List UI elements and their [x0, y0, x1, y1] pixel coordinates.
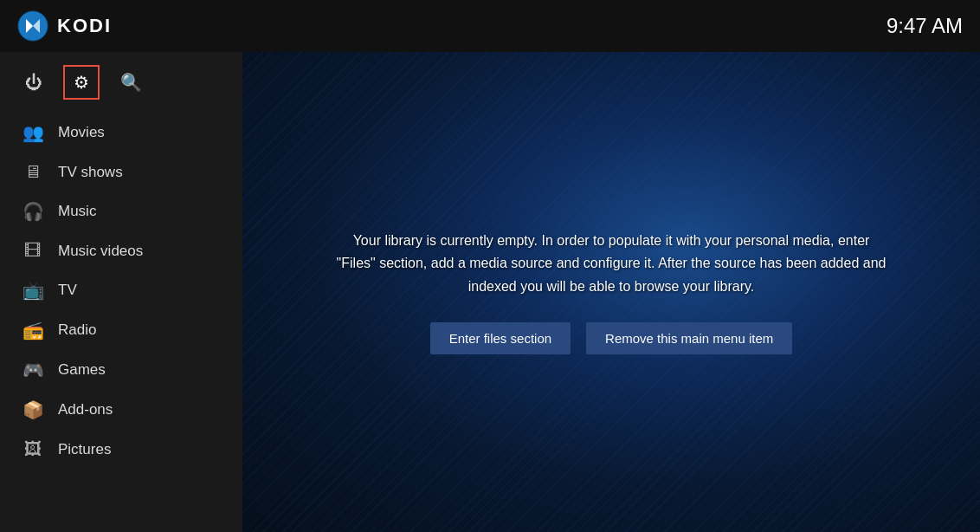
action-buttons: Enter files section Remove this main men…	[334, 322, 888, 354]
power-button[interactable]: ⏻	[22, 69, 46, 96]
logo-area: KODI	[17, 10, 112, 42]
settings-button[interactable]: ⚙	[63, 65, 100, 100]
time-display: 9:47 AM	[887, 14, 963, 38]
radio-icon: 📻	[22, 320, 44, 341]
enter-files-section-button[interactable]: Enter files section	[430, 322, 571, 354]
sidebar-controls: ⏻ ⚙ 🔍	[0, 56, 242, 113]
app-title: KODI	[57, 15, 112, 37]
content-panel: Your library is currently empty. In orde…	[317, 212, 906, 372]
music-icon: 🎧	[22, 201, 44, 222]
sidebar-item-add-ons[interactable]: 📦 Add-ons	[0, 390, 242, 430]
sidebar-item-movies[interactable]: 👥 Movies	[0, 113, 242, 152]
search-button[interactable]: 🔍	[117, 68, 145, 96]
sidebar-item-tv-label: TV	[58, 282, 77, 299]
sidebar-item-pictures-label: Pictures	[58, 441, 111, 458]
sidebar-nav: 👥 Movies 🖥 TV shows 🎧 Music 🎞 Music vide…	[0, 113, 242, 532]
movies-icon: 👥	[22, 122, 44, 143]
sidebar-item-music-label: Music	[58, 203, 96, 220]
games-icon: 🎮	[22, 360, 44, 380]
main-layout: ⏻ ⚙ 🔍 👥 Movies 🖥 TV shows 🎧 Music 🎞 Musi…	[0, 52, 980, 532]
sidebar-item-movies-label: Movies	[58, 124, 105, 141]
sidebar-item-pictures[interactable]: 🖼 Pictures	[0, 430, 242, 469]
tv-shows-icon: 🖥	[22, 162, 44, 182]
sidebar-item-games[interactable]: 🎮 Games	[0, 350, 242, 390]
sidebar-item-games-label: Games	[58, 361, 106, 379]
sidebar-item-radio[interactable]: 📻 Radio	[0, 310, 242, 350]
sidebar-item-music[interactable]: 🎧 Music	[0, 191, 242, 231]
sidebar-item-music-videos[interactable]: 🎞 Music videos	[0, 231, 242, 270]
sidebar: ⏻ ⚙ 🔍 👥 Movies 🖥 TV shows 🎧 Music 🎞 Musi…	[0, 52, 242, 532]
pictures-icon: 🖼	[22, 439, 44, 459]
sidebar-item-tv-shows[interactable]: 🖥 TV shows	[0, 152, 242, 191]
sidebar-item-add-ons-label: Add-ons	[58, 401, 113, 418]
top-bar: KODI 9:47 AM	[0, 0, 980, 52]
remove-menu-item-button[interactable]: Remove this main menu item	[586, 322, 792, 354]
sidebar-item-tv[interactable]: 📺 TV	[0, 270, 242, 310]
library-empty-message: Your library is currently empty. In orde…	[334, 230, 888, 298]
add-ons-icon: 📦	[22, 399, 44, 420]
music-videos-icon: 🎞	[22, 241, 44, 261]
sidebar-item-radio-label: Radio	[58, 321, 96, 339]
tv-icon: 📺	[22, 280, 44, 301]
sidebar-item-tv-shows-label: TV shows	[58, 164, 123, 181]
content-area: Your library is currently empty. In orde…	[242, 52, 980, 532]
sidebar-item-music-videos-label: Music videos	[58, 243, 143, 260]
kodi-logo-icon	[17, 10, 48, 42]
